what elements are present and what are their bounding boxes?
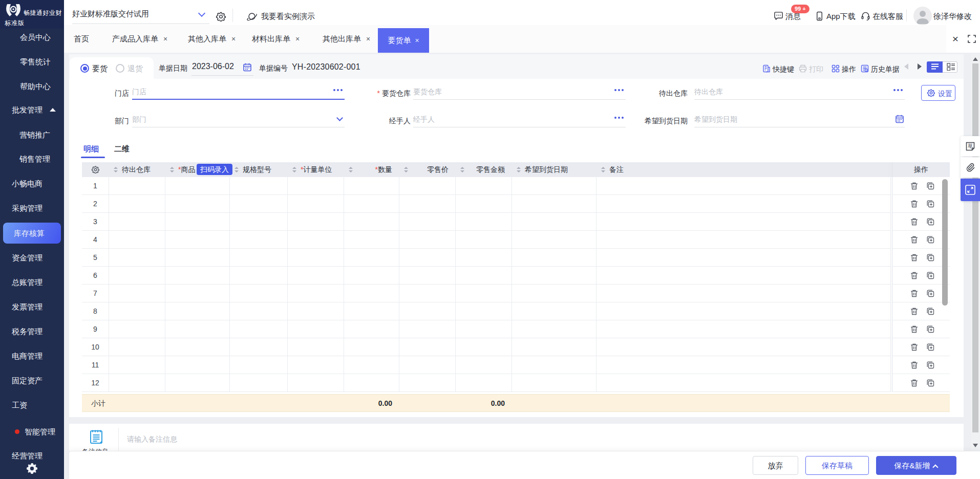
copy-row-icon[interactable] xyxy=(926,217,935,226)
empty-cell-希望到货日期[interactable] xyxy=(512,285,596,302)
empty-cell-计量单位[interactable] xyxy=(288,285,344,302)
empty-cell-数量[interactable] xyxy=(344,374,399,392)
empty-cell-希望到货日期[interactable] xyxy=(512,249,596,267)
field-input-要货仓库[interactable]: 要货仓库 xyxy=(413,86,626,100)
empty-cell-待出仓库[interactable] xyxy=(109,356,165,374)
delete-row-icon[interactable] xyxy=(910,271,919,280)
empty-cell-零售价[interactable] xyxy=(399,195,456,213)
sidebar-item-17[interactable]: 智能管理 xyxy=(0,426,64,437)
empty-cell-商品[interactable] xyxy=(165,374,230,392)
empty-cell-零售价[interactable] xyxy=(399,285,456,302)
empty-cell-备注[interactable] xyxy=(596,320,891,338)
empty-cell-待出仓库[interactable] xyxy=(109,267,165,285)
column-header-计量单位[interactable]: *计量单位 xyxy=(288,162,344,177)
delete-row-icon[interactable] xyxy=(910,235,919,244)
tab-close-icon[interactable]: × xyxy=(295,35,300,43)
empty-cell-零售价[interactable] xyxy=(399,374,456,392)
empty-cell-零售价[interactable] xyxy=(399,302,456,320)
empty-cell-规格型号[interactable] xyxy=(230,213,288,231)
empty-cell-零售金额[interactable] xyxy=(456,195,512,213)
empty-cell-待出仓库[interactable] xyxy=(109,320,165,338)
empty-cell-待出仓库[interactable] xyxy=(109,213,165,231)
empty-cell-零售金额[interactable] xyxy=(456,231,512,249)
field-input-希望到货日期[interactable]: 希望到货日期 xyxy=(694,114,905,127)
field-input-经手人[interactable]: 经手人 xyxy=(413,114,626,127)
empty-cell-计量单位[interactable] xyxy=(288,213,344,231)
scrollbar-up-arrow[interactable] xyxy=(973,57,978,61)
copy-row-icon[interactable] xyxy=(926,343,935,352)
column-header-数量[interactable]: *数量 xyxy=(344,162,399,177)
copy-row-icon[interactable] xyxy=(926,235,935,244)
empty-cell-备注[interactable] xyxy=(596,177,891,195)
tab-其他出库单[interactable]: 其他出库单× xyxy=(323,25,370,53)
empty-cell-规格型号[interactable] xyxy=(230,177,288,195)
delete-row-icon[interactable] xyxy=(910,361,919,369)
column-settings-gear-icon[interactable] xyxy=(92,166,99,173)
empty-cell-数量[interactable] xyxy=(344,195,399,213)
empty-cell-规格型号[interactable] xyxy=(230,195,288,213)
attachment-button[interactable] xyxy=(961,157,980,178)
empty-cell-数量[interactable] xyxy=(344,249,399,267)
empty-cell-数量[interactable] xyxy=(344,320,399,338)
copy-row-icon[interactable] xyxy=(926,271,935,280)
empty-cell-零售价[interactable] xyxy=(399,177,456,195)
empty-cell-规格型号[interactable] xyxy=(230,302,288,320)
empty-cell-数量[interactable] xyxy=(344,302,399,320)
sort-icon[interactable] xyxy=(170,167,175,172)
empty-cell-零售价[interactable] xyxy=(399,320,456,338)
copy-row-icon[interactable] xyxy=(926,361,935,369)
sort-icon[interactable] xyxy=(349,167,353,172)
sidebar-item-3[interactable]: 帮助中心 xyxy=(0,81,64,92)
delete-row-icon[interactable] xyxy=(910,182,919,190)
column-header-零售金额[interactable]: 零售金额 xyxy=(456,162,512,177)
settings-button[interactable]: 设置 xyxy=(921,85,955,101)
column-header-待出仓库[interactable]: 待出仓库 xyxy=(109,162,165,177)
copy-row-icon[interactable] xyxy=(926,289,935,298)
more-options-icon[interactable] xyxy=(892,88,904,93)
scrollbar-thumb[interactable] xyxy=(972,63,978,432)
empty-cell-规格型号[interactable] xyxy=(230,338,288,356)
close-all-tabs-icon[interactable]: × xyxy=(949,33,962,45)
empty-cell-商品[interactable] xyxy=(165,302,230,320)
username-menu[interactable]: 徐泽华修改 xyxy=(933,12,972,21)
empty-cell-计量单位[interactable] xyxy=(288,177,344,195)
empty-cell-零售金额[interactable] xyxy=(456,285,512,302)
fullscreen-icon[interactable] xyxy=(968,35,976,43)
empty-cell-规格型号[interactable] xyxy=(230,285,288,302)
delete-row-icon[interactable] xyxy=(910,217,919,226)
remark-input[interactable]: 请输入备注信息 xyxy=(127,435,895,444)
empty-cell-希望到货日期[interactable] xyxy=(512,302,596,320)
empty-cell-备注[interactable] xyxy=(596,338,891,356)
empty-cell-零售价[interactable] xyxy=(399,249,456,267)
tab-detail[interactable]: 明细 xyxy=(83,144,99,154)
empty-cell-规格型号[interactable] xyxy=(230,267,288,285)
empty-cell-备注[interactable] xyxy=(596,231,891,249)
next-bill-arrow-icon[interactable] xyxy=(918,63,922,70)
tab-产成品入库单[interactable]: 产成品入库单× xyxy=(112,25,167,53)
more-options-icon[interactable] xyxy=(613,115,625,120)
sort-icon[interactable] xyxy=(601,167,606,172)
save-and-new-button[interactable]: 保存&新增 xyxy=(876,456,956,475)
column-header-零售价[interactable]: 零售价 xyxy=(399,162,456,177)
sidebar-item-11[interactable]: 总账管理 xyxy=(0,277,64,288)
empty-cell-计量单位[interactable] xyxy=(288,320,344,338)
field-input-门店[interactable]: 门店 xyxy=(132,86,345,100)
sidebar-item-8[interactable]: 采购管理 xyxy=(0,203,64,213)
empty-cell-零售价[interactable] xyxy=(399,267,456,285)
empty-cell-商品[interactable] xyxy=(165,213,230,231)
column-header-备注[interactable]: 备注 xyxy=(596,162,891,177)
copy-row-icon[interactable] xyxy=(926,200,935,208)
sidebar-item-2[interactable]: 零售统计 xyxy=(0,56,64,67)
sort-icon[interactable] xyxy=(114,167,118,172)
empty-cell-商品[interactable] xyxy=(165,249,230,267)
scrollbar-down-arrow[interactable] xyxy=(973,444,978,447)
empty-cell-零售金额[interactable] xyxy=(456,267,512,285)
empty-cell-备注[interactable] xyxy=(596,356,891,374)
sort-icon[interactable] xyxy=(517,167,521,172)
empty-cell-希望到货日期[interactable] xyxy=(512,177,596,195)
empty-cell-零售价[interactable] xyxy=(399,213,456,231)
empty-cell-希望到货日期[interactable] xyxy=(512,338,596,356)
empty-cell-计量单位[interactable] xyxy=(288,267,344,285)
delete-row-icon[interactable] xyxy=(910,307,919,316)
prev-bill-arrow-icon[interactable] xyxy=(904,63,908,70)
